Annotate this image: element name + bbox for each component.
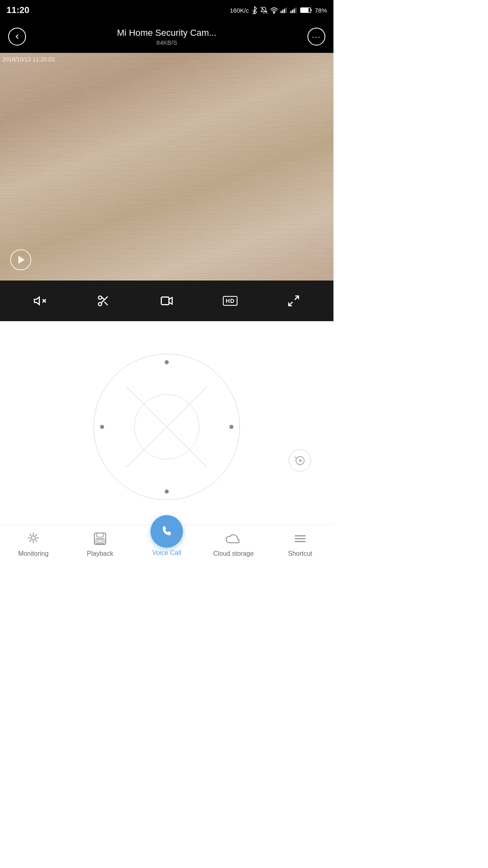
hd-button[interactable]: HD [218,289,242,313]
voice-call-icon [159,523,175,540]
bottom-nav: Monitoring Playback Voice Call [0,524,333,573]
controls-bar: HD [0,281,333,321]
playback-icon [93,531,107,546]
svg-rect-5 [285,8,287,13]
playback-icon-wrap [91,530,109,548]
svg-line-34 [36,535,37,536]
svg-rect-39 [98,540,102,542]
svg-marker-21 [169,298,172,304]
joystick-left-dot[interactable] [100,425,104,429]
cloud-storage-icon-wrap [224,530,242,548]
joystick-area [0,321,333,524]
svg-rect-6 [290,11,292,13]
camera-play-button[interactable] [10,249,31,270]
nav-shortcut-label: Shortcut [288,550,312,557]
svg-line-23 [289,302,292,306]
camera-title: Mi Home Security Cam... [26,28,307,38]
svg-rect-37 [97,533,103,537]
svg-line-35 [30,540,31,542]
replay-icon [294,455,306,467]
back-button[interactable] [8,28,26,46]
nav-monitoring-label: Monitoring [18,550,49,557]
header-title-group: Mi Home Security Cam... 84KB/S [26,28,307,46]
joystick-circle[interactable] [94,354,240,500]
svg-line-33 [36,540,37,542]
mute-button[interactable] [28,289,52,313]
replay-button[interactable] [289,449,311,472]
nav-playback[interactable]: Playback [67,530,133,557]
svg-point-15 [98,296,102,299]
status-bar: 11:20 160K/c [0,0,333,20]
monitoring-icon [26,531,41,546]
record-button[interactable] [155,289,179,313]
bitrate-display: 84KB/S [26,39,307,46]
signal-icon-1 [281,7,288,13]
svg-line-32 [30,535,31,536]
nav-cloud-storage-label: Cloud storage [213,550,254,557]
svg-line-0 [261,7,268,14]
status-time: 11:20 [7,5,29,15]
nav-shortcut[interactable]: Shortcut [267,530,333,557]
nav-cloud-storage[interactable]: Cloud storage [200,530,267,557]
svg-line-22 [295,296,298,300]
wifi-icon [270,7,278,14]
voice-call-fab[interactable] [150,515,183,548]
speed-indicator: 160K/c [230,7,249,14]
joystick-right-dot[interactable] [229,425,233,429]
more-menu-button[interactable]: ··· [307,28,325,46]
svg-point-27 [31,536,35,540]
cloud-storage-icon [225,531,242,546]
joystick-up-dot[interactable] [165,360,169,364]
nav-playback-label: Playback [87,550,113,557]
play-icon [18,256,25,264]
screenshot-button[interactable] [91,289,115,313]
joystick-center [134,394,199,459]
bluetooth-icon [251,6,258,14]
nav-monitoring[interactable]: Monitoring [0,530,67,557]
svg-rect-12 [0,53,333,281]
camera-feed[interactable]: 2018/10/13 11:20:03 [0,53,333,281]
joystick-down-dot[interactable] [165,489,169,494]
svg-rect-8 [294,9,295,13]
status-icons: 160K/c [230,6,327,14]
camera-grain-overlay [0,53,333,281]
svg-rect-11 [301,8,308,12]
header: Mi Home Security Cam... 84KB/S ··· [0,20,333,53]
shortcut-icon [293,531,307,546]
scissors-icon [97,294,110,307]
battery-percent: 78% [315,7,327,14]
battery-icon [300,7,312,13]
svg-rect-2 [281,11,282,13]
signal-icon-2 [290,7,298,13]
svg-rect-7 [292,10,293,13]
svg-rect-4 [284,9,285,13]
fullscreen-button[interactable] [281,289,306,313]
shortcut-icon-wrap [291,530,309,548]
svg-line-18 [105,302,108,305]
svg-marker-26 [299,459,303,462]
hd-badge: HD [223,296,237,306]
monitoring-icon-wrap [24,530,42,548]
svg-rect-3 [282,10,283,13]
mute-icon [33,294,46,307]
camera-timestamp: 2018/10/13 11:20:03 [2,56,54,63]
svg-rect-9 [295,8,296,13]
nav-voice-call-label: Voice Call [152,549,181,557]
notification-muted-icon [260,7,268,14]
record-icon [160,294,173,307]
svg-rect-20 [161,297,169,305]
svg-point-1 [274,12,275,13]
svg-point-16 [98,302,102,306]
nav-voice-call[interactable]: Voice Call [133,530,200,557]
more-dots-icon: ··· [312,32,321,41]
fullscreen-icon [287,294,300,307]
